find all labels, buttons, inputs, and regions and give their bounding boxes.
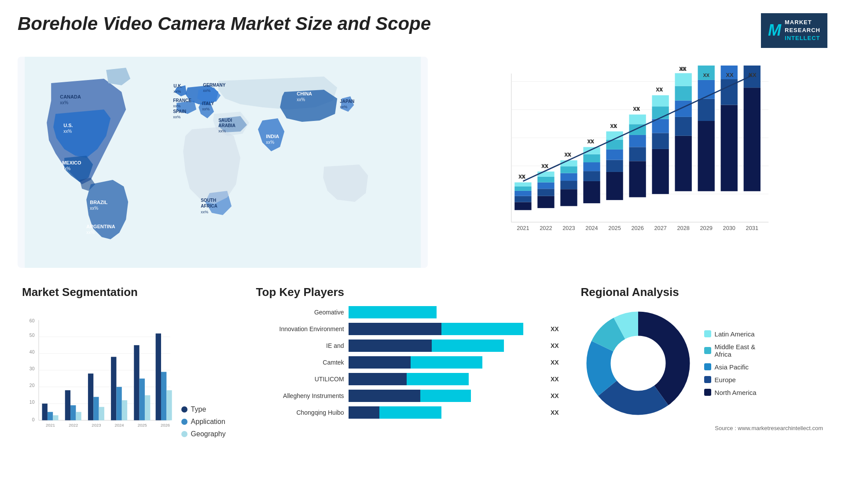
svg-text:2031: 2031 [746,225,758,231]
svg-text:2029: 2029 [700,225,713,231]
svg-text:U.K.: U.K. [173,84,182,88]
seg-legend: Type Application Geography [181,397,234,438]
svg-text:2027: 2027 [654,225,667,231]
svg-rect-82 [652,149,669,194]
table-row: Camtek XX [256,356,559,369]
svg-rect-143 [99,407,104,420]
svg-text:2021: 2021 [517,225,529,231]
svg-text:XX: XX [633,106,640,112]
svg-rect-57 [561,166,577,173]
geography-dot [181,431,187,437]
player-bar [349,406,543,419]
logo-text: MARKET RESEARCH INTELLECT [785,18,820,43]
legend-geography: Geography [181,430,234,438]
svg-text:JAPAN: JAPAN [340,99,354,104]
seg-chart: 0 10 20 30 40 50 60 [22,315,173,438]
geography-label: Geography [191,430,226,438]
svg-text:60: 60 [29,318,35,323]
lat-am-dot [704,330,711,337]
page-title: Borehole Video Camera Market Size and Sc… [18,13,431,34]
svg-rect-148 [140,378,145,420]
market-segmentation: Market Segmentation 0 10 20 30 40 50 [18,281,239,457]
svg-text:xx%: xx% [60,100,68,105]
legend-north-america: North America [704,389,757,396]
svg-text:2026: 2026 [632,225,644,231]
legend-latin-america: Latin America [704,330,757,338]
svg-rect-42 [515,190,532,196]
svg-text:XX: XX [519,174,525,179]
player-name: UTILICOM [256,376,344,383]
player-xx: XX [551,392,559,399]
svg-text:XX: XX [565,152,571,157]
svg-text:10: 10 [29,399,35,404]
svg-rect-51 [538,172,555,177]
regional-analysis: Regional Analysis [577,281,827,457]
svg-text:CHINA: CHINA [297,91,312,96]
svg-rect-89 [675,135,692,191]
svg-rect-76 [629,147,646,161]
source-text: Source : www.marketresearchintellect.com [581,425,823,431]
svg-text:ARGENTINA: ARGENTINA [86,224,115,229]
player-name: Allegheny Instruments [256,392,344,399]
svg-rect-90 [675,117,692,135]
svg-rect-70 [606,149,623,160]
type-dot [181,406,187,413]
svg-rect-55 [561,181,577,189]
svg-text:U.S.: U.S. [63,123,73,128]
svg-rect-48 [538,189,555,196]
bar-light [349,306,437,318]
svg-text:SPAIN: SPAIN [173,109,186,114]
svg-rect-146 [122,400,127,420]
svg-text:xx%: xx% [218,129,226,133]
application-dot [181,419,187,425]
svg-text:2024: 2024 [586,225,598,231]
player-xx: XX [551,376,559,383]
player-xx: XX [551,325,559,332]
svg-text:2024: 2024 [115,422,124,427]
key-players: Top Key Players Geomative Innovation Env… [247,281,568,457]
svg-text:2028: 2028 [677,225,690,231]
world-map: CANADA xx% U.S. xx% MEXICO xx% BRAZIL xx… [18,57,428,268]
svg-rect-152 [166,390,172,420]
svg-rect-101 [721,105,738,191]
svg-text:xx%: xx% [173,89,181,94]
svg-text:2025: 2025 [138,422,147,427]
svg-text:2025: 2025 [609,225,621,231]
svg-text:INDIA: INDIA [266,134,279,139]
svg-rect-50 [538,176,555,182]
svg-rect-149 [145,395,150,420]
svg-text:xx%: xx% [203,88,210,93]
svg-rect-150 [156,333,161,420]
na-dot [704,389,711,396]
svg-text:BRAZIL: BRAZIL [90,200,108,205]
svg-text:XX: XX [588,139,594,144]
svg-text:SOUTH: SOUTH [201,198,216,203]
player-bar [349,390,543,402]
svg-text:2023: 2023 [563,225,575,231]
svg-text:XX: XX [656,87,663,92]
svg-rect-63 [584,162,600,171]
legend-europe: Europe [704,376,757,383]
donut-chart [581,306,695,420]
table-row: Innovation Environment XX [256,323,559,335]
player-bar [349,340,543,352]
svg-rect-56 [561,173,577,180]
svg-text:xx%: xx% [86,230,95,235]
svg-rect-147 [134,345,139,420]
player-bar [349,306,559,318]
legend-application: Application [181,418,234,426]
svg-rect-85 [652,106,669,119]
table-row: IE and XX [256,340,559,352]
logo: M MARKET RESEARCH INTELLECT [761,13,827,48]
svg-rect-47 [538,196,555,208]
growth-chart-svg: 2021 XX 2022 XX 2023 XX [445,66,819,250]
svg-rect-77 [629,135,646,147]
svg-text:0: 0 [32,417,35,422]
svg-rect-62 [584,171,600,181]
svg-rect-69 [606,160,623,172]
player-name: IE and [256,342,344,349]
table-row: UTILICOM XX [256,373,559,385]
svg-text:XX: XX [680,66,687,71]
svg-text:20: 20 [29,383,35,387]
svg-rect-136 [48,412,53,420]
